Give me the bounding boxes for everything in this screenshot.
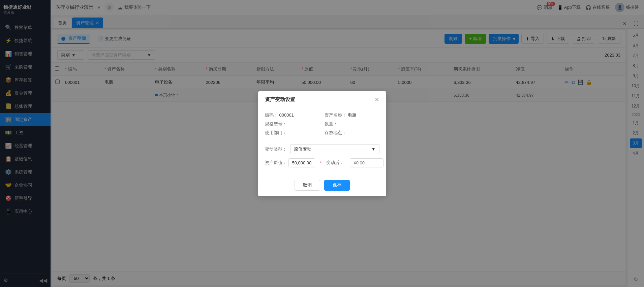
modal-code-value: 000001 — [279, 113, 294, 118]
modal-spec-item: 规格型号： — [265, 121, 320, 127]
modal-dept-label: 使用部门： — [265, 130, 287, 136]
required-star: * — [320, 160, 321, 165]
asset-change-modal: 资产变动设置 ✕ 编码： 000001 资产名称： 电脑 规格型号： 数量： — [258, 91, 386, 196]
modal-location-label: 存放地点： — [325, 130, 346, 136]
change-type-arrow: ▼ — [371, 147, 376, 152]
after-change-label: 变动后： — [326, 160, 346, 166]
modal-asset-name-item: 资产名称： 电脑 — [325, 112, 379, 118]
cancel-button[interactable]: 取消 — [295, 180, 320, 191]
after-change-input[interactable] — [350, 158, 384, 167]
modal-form: 变动类型： 原值变动 ▼ 资产原值： 50,000.00 * 变动后： — [265, 144, 379, 167]
modal-spec-label: 规格型号： — [265, 121, 287, 127]
modal-code-label: 编码： — [265, 112, 278, 118]
change-type-select[interactable]: 原值变动 ▼ — [290, 144, 379, 154]
modal-asset-name-label: 资产名称： — [325, 112, 346, 118]
asset-original-label: 资产原值： — [265, 160, 285, 166]
modal-overlay: 资产变动设置 ✕ 编码： 000001 资产名称： 电脑 规格型号： 数量： — [0, 0, 644, 287]
modal-asset-name-value: 电脑 — [348, 112, 357, 118]
modal-close-icon[interactable]: ✕ — [374, 96, 379, 103]
modal-header: 资产变动设置 ✕ — [258, 91, 386, 107]
original-value-row: 资产原值： 50,000.00 * 变动后： — [265, 158, 379, 167]
asset-original-value: 50,000.00 — [288, 158, 315, 167]
modal-body: 编码： 000001 资产名称： 电脑 规格型号： 数量： 使用部门： — [258, 107, 386, 177]
change-type-value: 原值变动 — [294, 146, 311, 152]
modal-code-item: 编码： 000001 — [265, 112, 320, 118]
save-button[interactable]: 保存 — [324, 180, 350, 191]
modal-quantity-item: 数量： — [325, 121, 379, 127]
modal-dept-item: 使用部门： — [265, 130, 320, 136]
modal-title: 资产变动设置 — [265, 96, 295, 103]
modal-footer: 取消 保存 — [258, 177, 386, 196]
change-type-label: 变动类型： — [265, 146, 287, 152]
change-type-row: 变动类型： 原值变动 ▼ — [265, 144, 379, 154]
modal-quantity-label: 数量： — [325, 121, 338, 127]
modal-info-grid: 编码： 000001 资产名称： 电脑 规格型号： 数量： 使用部门： — [265, 112, 379, 140]
modal-location-item: 存放地点： — [325, 130, 379, 136]
